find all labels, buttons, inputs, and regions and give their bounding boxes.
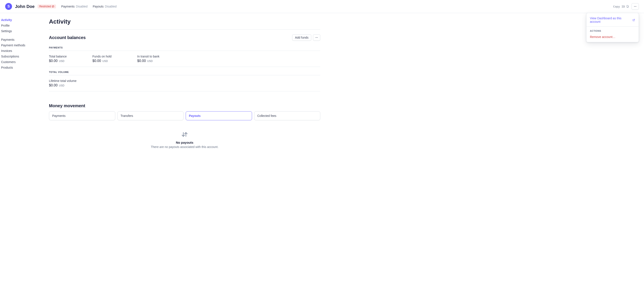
- more-horizontal-icon: [634, 5, 637, 8]
- dropdown-actions-header: ACTIONS: [586, 27, 639, 33]
- sidebar-item-invoices[interactable]: Invoices: [1, 49, 39, 52]
- transfer-arrows-icon: [181, 131, 188, 138]
- total-balance-value: $0.00: [49, 59, 58, 63]
- tab-payouts[interactable]: Payouts: [186, 111, 252, 120]
- copy-id-label: Copy ID: [613, 5, 625, 8]
- sidebar-item-subscriptions[interactable]: Subscriptions: [1, 55, 39, 58]
- in-transit-label: In transit to bank: [137, 55, 160, 58]
- topbar: S John Doe Restricted Payments Disabled …: [0, 0, 644, 13]
- sidebar-item-profile[interactable]: Profile: [1, 24, 39, 27]
- payouts-status: Payouts Disabled: [93, 5, 116, 8]
- funds-on-hold-value: $0.00: [92, 59, 101, 63]
- payouts-empty-state: No payouts There are no payouts associat…: [49, 120, 320, 154]
- payments-sub-header: PAYMENTS: [49, 42, 320, 51]
- money-movement-title: Money movement: [49, 103, 320, 108]
- total-balance-amount: $0.00 USD: [49, 59, 67, 63]
- total-volume-sub-header: TOTAL VOLUME: [49, 67, 320, 75]
- payouts-status-value: Disabled: [105, 5, 116, 8]
- topbar-left: S John Doe Restricted Payments Disabled …: [5, 3, 116, 10]
- sidebar-item-customers[interactable]: Customers: [1, 60, 39, 64]
- in-transit-amount: $0.00 USD: [137, 59, 160, 63]
- avatar-initial: S: [8, 4, 10, 8]
- funds-on-hold: Funds on hold $0.00 USD: [92, 55, 112, 63]
- svg-point-4: [634, 6, 634, 7]
- remove-account-button[interactable]: Remove account…: [586, 33, 639, 41]
- account-balances-actions: Add funds: [292, 34, 320, 41]
- total-balance-currency: USD: [59, 60, 64, 63]
- view-dashboard-label: View Dashboard as this account: [590, 16, 631, 23]
- restricted-icon: [52, 5, 54, 8]
- total-volume-row: Lifetime total volume $0.00 USD: [49, 75, 320, 91]
- sidebar: Activity Profile Settings Payments Payme…: [0, 13, 43, 159]
- payments-balance-row: Total balance $0.00 USD Funds on hold $0…: [49, 51, 320, 67]
- lifetime-volume: Lifetime total volume $0.00 USD: [49, 79, 76, 87]
- funds-on-hold-currency: USD: [102, 60, 108, 63]
- layout: Activity Profile Settings Payments Payme…: [0, 13, 644, 159]
- svg-point-9: [317, 37, 318, 38]
- page-title: Activity: [49, 18, 320, 25]
- lifetime-volume-label: Lifetime total volume: [49, 79, 76, 83]
- account-avatar: S: [5, 3, 12, 10]
- sidebar-item-payment-methods[interactable]: Payment methods: [1, 43, 39, 47]
- tab-transfers[interactable]: Transfers: [118, 111, 184, 120]
- in-transit-currency: USD: [147, 60, 153, 63]
- empty-title: No payouts: [49, 141, 320, 144]
- payments-status-value: Disabled: [76, 5, 87, 8]
- sidebar-secondary-group: Payments Payment methods Invoices Subscr…: [1, 38, 39, 69]
- svg-point-5: [635, 6, 636, 7]
- add-funds-button[interactable]: Add funds: [292, 34, 311, 41]
- payments-status-label: Payments: [61, 5, 74, 8]
- sidebar-item-settings[interactable]: Settings: [1, 29, 39, 33]
- svg-point-8: [316, 37, 317, 38]
- account-balances-header: Account balances Add funds: [49, 29, 320, 41]
- funds-on-hold-label: Funds on hold: [92, 55, 112, 58]
- external-link-icon: [632, 19, 635, 21]
- sidebar-item-products[interactable]: Products: [1, 66, 39, 69]
- restricted-badge-label: Restricted: [39, 5, 51, 8]
- tab-payments[interactable]: Payments: [49, 111, 115, 120]
- svg-point-7: [316, 37, 316, 38]
- lifetime-volume-value: $0.00: [49, 83, 58, 87]
- actions-dropdown: View Dashboard as this account ACTIONS R…: [586, 13, 639, 42]
- lifetime-volume-currency: USD: [59, 84, 64, 87]
- svg-line-1: [52, 6, 54, 7]
- more-horizontal-icon: [315, 36, 318, 39]
- total-balance: Total balance $0.00 USD: [49, 55, 67, 63]
- copy-id-button[interactable]: Copy ID: [613, 5, 629, 8]
- topbar-right: Copy ID: [613, 3, 639, 10]
- total-balance-label: Total balance: [49, 55, 67, 58]
- funds-on-hold-amount: $0.00 USD: [92, 59, 112, 63]
- tab-collected-fees[interactable]: Collected fees: [254, 111, 320, 120]
- remove-account-label: Remove account…: [590, 35, 616, 39]
- payouts-status-label: Payouts: [93, 5, 104, 8]
- sidebar-item-activity[interactable]: Activity: [1, 18, 39, 22]
- payments-status: Payments Disabled: [61, 5, 88, 8]
- in-transit: In transit to bank $0.00 USD: [137, 55, 160, 63]
- clipboard-icon: [626, 5, 629, 8]
- sidebar-primary-group: Activity Profile Settings: [1, 18, 39, 33]
- sidebar-item-payments[interactable]: Payments: [1, 38, 39, 41]
- account-balances-title: Account balances: [49, 35, 86, 40]
- svg-point-6: [636, 6, 636, 7]
- in-transit-value: $0.00: [137, 59, 146, 63]
- view-dashboard-as-account[interactable]: View Dashboard as this account: [586, 14, 639, 25]
- svg-rect-3: [626, 5, 628, 7]
- balances-more-button[interactable]: [313, 34, 320, 41]
- restricted-badge: Restricted: [38, 4, 56, 8]
- money-movement-section: Money movement Payments Transfers Payout…: [49, 103, 320, 154]
- main-content: Activity Account balances Add funds PAYM…: [43, 13, 326, 159]
- money-movement-tabs: Payments Transfers Payouts Collected fee…: [49, 111, 320, 120]
- empty-subtitle: There are no payouts associated with thi…: [49, 145, 320, 149]
- account-name: John Doe: [15, 4, 34, 9]
- more-actions-button[interactable]: [632, 3, 639, 10]
- lifetime-volume-amount: $0.00 USD: [49, 83, 76, 87]
